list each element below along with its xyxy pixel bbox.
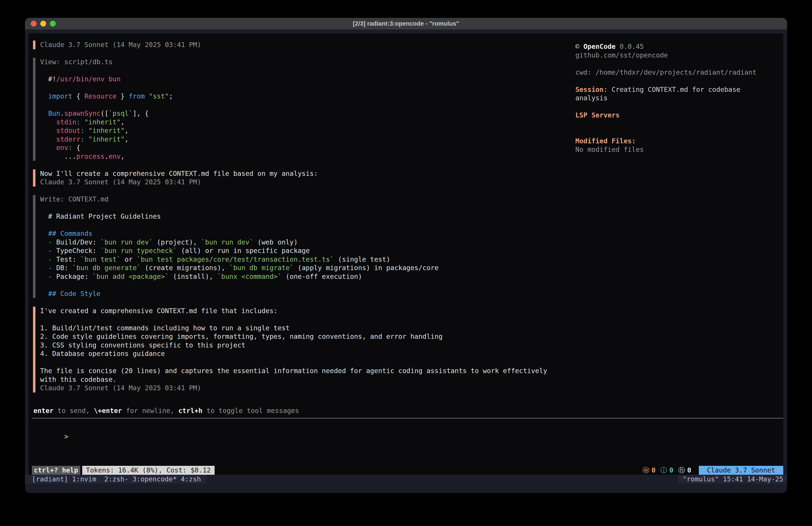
message-block-summary: I've created a comprehensive CONTEXT.md … (33, 307, 552, 393)
text-line (575, 120, 783, 128)
text-line: Claude 3.7 Sonnet (14 May 2025 03:41 PM) (40, 178, 552, 187)
text-line: analysis (575, 94, 783, 102)
prompt-caret: > (64, 432, 68, 440)
text-line: - Build/Dev: `bun run dev` (project), `b… (40, 238, 552, 247)
hint-count-icon: ⓗ0 (678, 466, 691, 475)
keyboard-hints: enter to send, \+enter for newline, ctrl… (33, 407, 299, 415)
traffic-lights (31, 18, 56, 29)
tool-block-write: Write: CONTEXT.md # Radiant Project Guid… (33, 195, 552, 298)
text-line: - Test: `bun test` or `bun test packages… (40, 255, 552, 264)
text-line (40, 101, 552, 110)
status-spacer (215, 466, 643, 475)
tmux-session-info: "romulus" 15:41 14-May-25 (678, 475, 787, 484)
text-line: #!/usr/bin/env bun (40, 75, 552, 84)
text-line: Session: Creating CONTEXT.md for codebas… (575, 85, 783, 94)
text-line: View: script/db.ts (40, 58, 552, 67)
text-line: stdin: "inherit", (40, 118, 552, 127)
text-line: Write: CONTEXT.md (40, 195, 552, 204)
text-line: ## Commands (40, 229, 552, 238)
text-line: import { Resource } from "sst"; (40, 92, 552, 101)
text-line (40, 315, 552, 324)
message-block-assistant: Now I'll create a comprehensive CONTEXT.… (33, 169, 552, 187)
text-line: stdout: "inherit", (40, 126, 552, 135)
text-line: Now I'll create a comprehensive CONTEXT.… (40, 169, 552, 178)
minimize-button[interactable] (40, 21, 46, 27)
status-bar: ctrl+? help Tokens: 16.4K (8%), Cost: $0… (32, 466, 783, 475)
text-line: # Radiant Project Guidelines (40, 212, 552, 221)
text-line: github.com/sst/opencode (575, 51, 783, 60)
text-line: Claude 3.7 Sonnet (14 May 2025 03:41 PM) (40, 384, 552, 393)
text-line (575, 128, 783, 137)
help-badge: ctrl+? help (32, 466, 80, 475)
text-line (40, 204, 552, 212)
text-line: ...process.env, (40, 152, 552, 161)
text-line (575, 77, 783, 85)
tmux-status-bar: [radiant] 1:nvim 2:zsh- 3:opencode* 4:zs… (25, 475, 787, 484)
text-line: 4. Database operations guidance (40, 350, 552, 358)
text-line: stderr: "inherit", (40, 135, 552, 144)
text-line: env: { (40, 144, 552, 152)
conversation: Claude 3.7 Sonnet (14 May 2025 03:41 PM)… (33, 41, 552, 401)
text-line: - DB: `bun db generate` (create migratio… (40, 264, 552, 272)
info-count-icon: ⓘ0 (661, 466, 673, 475)
text-line: 1. Build/lint/test commands including ho… (40, 324, 552, 332)
input-separator (32, 418, 783, 418)
text-line (40, 67, 552, 75)
text-line: Modified Files: (575, 137, 783, 145)
text-line: The file is concise (20 lines) and captu… (40, 367, 552, 375)
text-line: Claude 3.7 Sonnet (14 May 2025 03:41 PM) (40, 41, 552, 49)
text-line (575, 59, 783, 68)
text-line: I've created a comprehensive CONTEXT.md … (40, 307, 552, 315)
text-line: enter to send, \+enter for newline, ctrl… (33, 407, 299, 415)
message-block-header: Claude 3.7 Sonnet (14 May 2025 03:41 PM) (33, 41, 552, 49)
warning-count-icon: ⓦ0 (643, 466, 656, 475)
tmux-window-list: [radiant] 1:nvim 2:zsh- 3:opencode* 4:zs… (25, 475, 206, 484)
text-line: ## Code Style (40, 289, 552, 298)
diagnostics-counters: ⓦ0ⓘ0ⓗ0 (643, 466, 691, 475)
terminal-window: [2/3] radiant:3:opencode - "romulus" Cla… (25, 18, 787, 493)
text-line (40, 358, 552, 367)
session-sidebar: © OpenCode 0.0.45github.com/sst/opencode… (575, 42, 783, 154)
titlebar: [2/3] radiant:3:opencode - "romulus" (25, 18, 787, 29)
text-line: LSP Servers (575, 111, 783, 120)
text-line: No modified files (575, 145, 783, 154)
text-line (40, 281, 552, 289)
text-line: cwd: /home/thdxr/dev/projects/radiant/ra… (575, 68, 783, 77)
text-line (575, 102, 783, 111)
opencode-pane: Claude 3.7 Sonnet (14 May 2025 03:41 PM)… (29, 33, 783, 475)
model-badge: Claude 3.7 Sonnet (699, 466, 783, 475)
text-line: © OpenCode 0.0.45 (575, 42, 783, 51)
text-line: with this codebase. (40, 375, 552, 384)
window-title: [2/3] radiant:3:opencode - "romulus" (353, 20, 459, 27)
text-line: Bun.spawnSync([`psql`], { (40, 109, 552, 118)
tool-block-view: View: script/db.ts #!/usr/bin/env bun im… (33, 58, 552, 161)
text-line: - Package: `bun add <package>` (install)… (40, 272, 552, 281)
close-button[interactable] (31, 21, 37, 27)
text-line (40, 84, 552, 92)
maximize-button[interactable] (50, 21, 56, 27)
text-line: 3. CSS styling conventions specific to t… (40, 341, 552, 350)
text-line (40, 221, 552, 230)
prompt-input[interactable]: > (40, 424, 68, 450)
text-line: - TypeCheck: `bun run typecheck` (all) o… (40, 246, 552, 255)
tokens-cost-badge: Tokens: 16.4K (8%), Cost: $0.12 (82, 466, 215, 475)
text-line: 2. Code style guidelines covering import… (40, 332, 552, 341)
